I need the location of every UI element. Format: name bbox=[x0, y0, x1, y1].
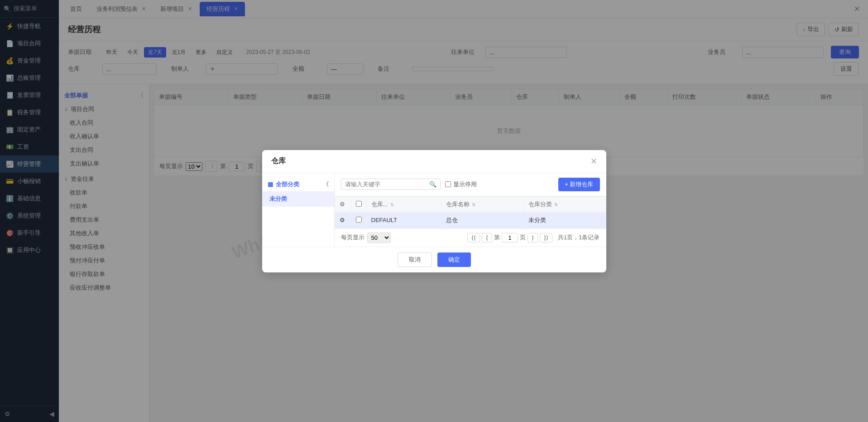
modal-pagination: ⟨⟨ ⟨ 第 页 ⟩ ⟩⟩ 共1页，1条记录 bbox=[467, 233, 599, 243]
modal-th-code[interactable]: 仓库... ⇅ bbox=[366, 196, 441, 212]
modal-row-settings-cell: ⚙ bbox=[335, 212, 351, 228]
modal-per-page-label: 每页显示 bbox=[341, 233, 364, 242]
modal-row-checkbox[interactable] bbox=[356, 217, 362, 223]
modal-next-page-btn[interactable]: ⟩ bbox=[528, 233, 538, 243]
modal: 仓库 ✕ ▦ 全部分类 《 未分类 bbox=[262, 150, 606, 272]
modal-page-suffix: 页 bbox=[520, 233, 526, 242]
sort-category-icon: ⇅ bbox=[554, 202, 558, 207]
modal-body: ▦ 全部分类 《 未分类 🔍 显示停用 bbox=[262, 173, 606, 247]
modal-total-text: 共1页，1条记录 bbox=[558, 233, 599, 242]
confirm-button[interactable]: 确定 bbox=[437, 252, 471, 267]
modal-page-input[interactable] bbox=[502, 233, 518, 243]
modal-per-page-select[interactable]: 50 20 100 bbox=[367, 233, 391, 243]
modal-row-name: 总仓 bbox=[441, 212, 523, 228]
modal-left-header: ▦ 全部分类 《 bbox=[262, 178, 334, 191]
modal-footer-bar: 每页显示 50 20 100 ⟨⟨ ⟨ 第 页 ⟩ bbox=[335, 228, 606, 247]
modal-table-row[interactable]: ⚙ DEFAULT 总仓 未分类 bbox=[335, 212, 606, 228]
modal-data-table: ⚙ 仓库... ⇅ 仓库名称 ⇅ bbox=[335, 196, 606, 228]
modal-left-panel: ▦ 全部分类 《 未分类 bbox=[262, 173, 335, 247]
modal-th-checkbox[interactable] bbox=[351, 196, 366, 212]
modal-page-label: 第 bbox=[494, 233, 500, 242]
modal-table: ⚙ 仓库... ⇅ 仓库名称 ⇅ bbox=[335, 196, 606, 228]
all-categories-icon: ▦ bbox=[268, 181, 273, 188]
modal-th-category[interactable]: 仓库分类 ⇅ bbox=[523, 196, 606, 212]
modal-title: 仓库 bbox=[271, 156, 286, 166]
sort-name-icon: ⇅ bbox=[472, 202, 475, 207]
modal-actions: 取消 确定 bbox=[262, 247, 606, 272]
modal-left-toggle[interactable]: 《 bbox=[323, 180, 329, 189]
modal-search-input[interactable] bbox=[345, 181, 429, 188]
show-disabled-checkbox[interactable] bbox=[445, 181, 451, 187]
show-disabled-label: 显示停用 bbox=[453, 180, 477, 189]
modal-select-all-checkbox[interactable] bbox=[356, 201, 362, 207]
add-warehouse-button[interactable]: + 新增仓库 bbox=[558, 178, 599, 191]
modal-th-settings[interactable]: ⚙ bbox=[335, 196, 351, 212]
modal-prev-page-btn[interactable]: ⟨ bbox=[482, 233, 492, 243]
cancel-button[interactable]: 取消 bbox=[398, 252, 432, 267]
modal-overlay[interactable]: 仓库 ✕ ▦ 全部分类 《 未分类 bbox=[0, 0, 868, 422]
modal-th-name[interactable]: 仓库名称 ⇅ bbox=[441, 196, 523, 212]
sort-code-icon: ⇅ bbox=[390, 202, 394, 207]
modal-per-page: 每页显示 50 20 100 bbox=[341, 233, 391, 243]
modal-header: 仓库 ✕ bbox=[262, 150, 606, 173]
modal-toolbar: 🔍 显示停用 + 新增仓库 bbox=[335, 173, 606, 196]
modal-category-uncategorized[interactable]: 未分类 bbox=[262, 191, 334, 207]
modal-last-page-btn[interactable]: ⟩⟩ bbox=[540, 233, 552, 243]
modal-search-box: 🔍 bbox=[341, 179, 441, 190]
modal-right-panel: 🔍 显示停用 + 新增仓库 ⚙ bbox=[335, 173, 606, 247]
modal-row-code: DEFAULT bbox=[366, 212, 441, 228]
modal-first-page-btn[interactable]: ⟨⟨ bbox=[467, 233, 480, 243]
modal-row-category: 未分类 bbox=[523, 212, 606, 228]
all-categories-label[interactable]: 全部分类 bbox=[276, 180, 299, 189]
modal-close-icon[interactable]: ✕ bbox=[590, 156, 597, 166]
modal-search-icon[interactable]: 🔍 bbox=[429, 181, 436, 188]
modal-row-checkbox-cell bbox=[351, 212, 366, 228]
modal-table-head: ⚙ 仓库... ⇅ 仓库名称 ⇅ bbox=[335, 196, 606, 212]
show-disabled-checkbox-label[interactable]: 显示停用 bbox=[445, 180, 477, 189]
